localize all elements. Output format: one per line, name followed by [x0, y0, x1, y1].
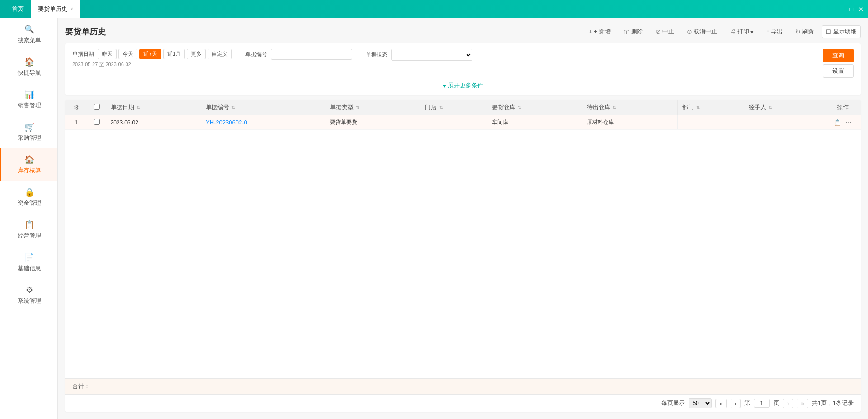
page-input[interactable] — [754, 399, 770, 408]
td-pending-wh: 原材料仓库 — [582, 115, 677, 130]
sidebar-item-label: 经营管理 — [18, 232, 41, 240]
window-close-btn[interactable]: ✕ — [859, 6, 863, 13]
query-btn[interactable]: 查询 — [823, 49, 854, 62]
refresh-icon: ↻ — [795, 28, 801, 35]
tab-active-label: 要货单历史 — [38, 5, 67, 13]
next-page-btn[interactable]: › — [783, 399, 793, 408]
show-detail-label: 显示明细 — [833, 28, 857, 36]
sidebar-item-management[interactable]: 📋 经营管理 — [0, 214, 57, 246]
toolbar: + + 新增 🗑 删除 ⊘ 中止 ⊙ 取消中止 🖨 打印 — [585, 25, 861, 38]
filter-area: 单据日期 昨天 今天 近7天 近1月 更多 自定义 2023-05-27 至 2… — [65, 43, 861, 95]
expand-more-icon: ▾ — [443, 82, 446, 89]
stop-btn-label: 中止 — [662, 28, 674, 36]
td-warehouse: 车间库 — [487, 115, 582, 130]
date-filter-col: 单据日期 昨天 今天 近7天 近1月 更多 自定义 2023-05-27 至 2… — [72, 49, 232, 68]
td-dept — [677, 115, 744, 130]
page-header: 要货单历史 + + 新增 🗑 删除 ⊘ 中止 ⊙ 取消中止 — [65, 25, 861, 38]
delete-btn-label: 删除 — [631, 28, 643, 36]
new-btn[interactable]: + + 新增 — [585, 25, 615, 38]
page-title: 要货单历史 — [65, 26, 106, 37]
prev-page-btn[interactable]: ‹ — [731, 399, 741, 408]
table-header-row: ⚙ 单据日期 ⇅ 单据编号 ⇅ — [65, 100, 861, 115]
print-icon: 🖨 — [730, 28, 736, 35]
sidebar-item-sales[interactable]: 📊 销售管理 — [0, 83, 57, 116]
sort-icon: ⇅ — [231, 105, 235, 110]
sort-icon: ⇅ — [769, 105, 772, 110]
sidebar-item-finance[interactable]: 🔒 资金管理 — [0, 181, 57, 214]
bill-no-input[interactable] — [271, 49, 352, 60]
sidebar-item-purchase[interactable]: 🛒 采购管理 — [0, 116, 57, 148]
sidebar-item-label: 系统管理 — [18, 297, 41, 305]
sidebar-item-label: 销售管理 — [18, 101, 41, 110]
clipboard-icon: 📋 — [24, 220, 34, 230]
td-store — [420, 115, 487, 130]
export-btn[interactable]: ↑ 导出 — [762, 25, 787, 38]
th-handler: 经手人 ⇅ — [744, 100, 825, 115]
sidebar-item-label: 采购管理 — [18, 134, 41, 142]
bill-no-filter: 单据编号 — [245, 49, 352, 60]
table-area: ⚙ 单据日期 ⇅ 单据编号 ⇅ — [65, 100, 861, 412]
th-store: 门店 ⇅ — [420, 100, 487, 115]
td-date: 2023-06-02 — [106, 115, 201, 130]
date-btn-today[interactable]: 今天 — [118, 49, 137, 59]
sidebar-item-label: 快捷导航 — [18, 69, 41, 77]
tab-home[interactable]: 首页 — [5, 0, 31, 18]
date-btn-1month[interactable]: 近1月 — [163, 49, 185, 59]
sort-icon: ⇅ — [439, 105, 443, 110]
export-btn-label: 导出 — [771, 28, 783, 36]
checkbox-icon: ☐ — [826, 29, 831, 35]
th-check — [88, 100, 106, 115]
date-btn-7days[interactable]: 近7天 — [139, 49, 161, 59]
per-page-select[interactable]: 50 10 20 100 — [689, 398, 712, 408]
expand-more-label: 展开更多条件 — [448, 81, 483, 90]
show-detail-btn[interactable]: ☐ 显示明细 — [822, 25, 861, 38]
status-select[interactable] — [391, 49, 472, 61]
setting-btn[interactable]: 设置 — [823, 64, 854, 78]
expand-more-btn[interactable]: ▾ 展开更多条件 — [72, 81, 854, 90]
sidebar-item-quicknav[interactable]: 🏠 快捷导航 — [0, 51, 57, 83]
row-more-icon[interactable]: ⋯ — [845, 119, 852, 126]
window-minimize-btn[interactable]: — — [838, 6, 844, 13]
sidebar-item-baseinfo[interactable]: 📄 基础信息 — [0, 246, 57, 279]
warehouse-icon: 🏠 — [24, 155, 34, 165]
page-label: 第 — [744, 399, 750, 407]
last-page-btn[interactable]: » — [797, 399, 808, 408]
lock-icon: 🔒 — [24, 187, 34, 197]
sidebar-item-label: 基础信息 — [18, 264, 41, 272]
sidebar-item-system[interactable]: ⚙ 系统管理 — [0, 279, 57, 311]
row-checkbox[interactable] — [94, 119, 100, 125]
query-btns: 查询 设置 — [823, 49, 854, 78]
window-maximize-btn[interactable]: □ — [849, 6, 853, 13]
page-suffix: 页 — [774, 399, 779, 407]
tab-close-icon[interactable]: × — [70, 6, 73, 12]
delete-btn[interactable]: 🗑 删除 — [619, 25, 647, 38]
cancel-stop-btn[interactable]: ⊙ 取消中止 — [682, 25, 722, 38]
stop-btn[interactable]: ⊘ 中止 — [651, 25, 679, 38]
th-ops: 操作 — [825, 100, 861, 115]
gear-icon: ⚙ — [26, 285, 33, 295]
refresh-btn-label: 刷新 — [802, 28, 814, 36]
date-btn-more[interactable]: 更多 — [187, 49, 206, 59]
main-layout: 🔍 搜索菜单 🏠 快捷导航 📊 销售管理 🛒 采购管理 🏠 库存核算 🔒 资金管… — [0, 18, 868, 419]
bill-no-link[interactable]: YH-20230602-0 — [206, 119, 247, 126]
per-page-label: 每页显示 — [661, 399, 685, 407]
row-view-icon[interactable]: 📋 — [834, 119, 841, 126]
date-btn-custom[interactable]: 自定义 — [208, 49, 232, 59]
td-ops: 📋 ⋯ — [825, 115, 861, 130]
sort-icon: ⇅ — [356, 105, 359, 110]
print-btn[interactable]: 🖨 打印 ▾ — [725, 25, 758, 38]
first-page-btn[interactable]: « — [715, 399, 726, 408]
settings-icon[interactable]: ⚙ — [74, 104, 79, 111]
select-all-checkbox[interactable] — [94, 104, 100, 110]
refresh-btn[interactable]: ↻ 刷新 — [791, 25, 818, 38]
th-bill-no: 单据编号 ⇅ — [201, 100, 325, 115]
tab-active[interactable]: 要货单历史 × — [31, 0, 80, 18]
plus-icon: + — [589, 28, 593, 35]
footer-label: 合计： — [72, 383, 90, 390]
table-row: 1 2023-06-02 YH-20230602-0 要货单要货 车间库 原材料… — [65, 115, 861, 130]
sidebar-item-search[interactable]: 🔍 搜索菜单 — [0, 18, 57, 51]
sidebar-item-inventory[interactable]: 🏠 库存核算 — [0, 148, 57, 181]
sort-icon: ⇅ — [137, 105, 140, 110]
total-info: 共1页，1条记录 — [812, 399, 854, 407]
date-btn-yesterday[interactable]: 昨天 — [98, 49, 117, 59]
